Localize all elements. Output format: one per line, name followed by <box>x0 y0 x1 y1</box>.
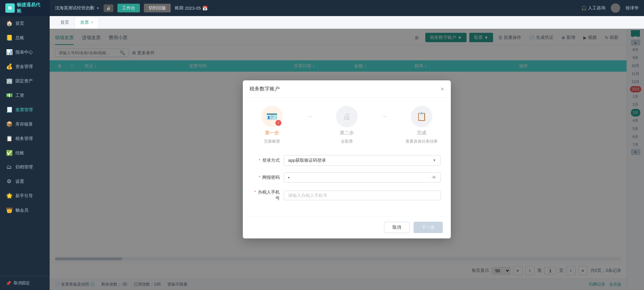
step-3-title: 完成 <box>417 130 426 136</box>
sidebar-item-close[interactable]: ✅ 结账 <box>0 146 50 160</box>
sidebar-label-invoice: 发票管理 <box>15 107 33 113</box>
login-method-label: * 登录方式 <box>253 157 280 163</box>
assets-icon: 🏢 <box>6 78 12 84</box>
tax-icon: 📋 <box>6 135 12 142</box>
sidebar-item-assets[interactable]: 🏢 固定资产 <box>0 74 50 88</box>
app-logo: 账 畅捷通易代账 <box>0 0 50 16</box>
phone-input[interactable] <box>288 193 436 198</box>
sidebar: 账 畅捷通易代账 🏠 首页 📒 总账 📊 报表中心 💰 资金管理 🏢 固定资产 … <box>0 0 50 290</box>
steps-indicator: 🪪 ! 第一步 完善账密 → 🖨 <box>253 106 441 144</box>
login-method-select-control[interactable]: app获取验证码登录 ▼ <box>284 155 441 166</box>
tab-home-label: 首页 <box>60 19 69 25</box>
topbar: 沈海英测试经营勿删 ▼ 🖨 工作台 切到旧版 账期 2023-05 📅 🎧 人工… <box>50 0 644 16</box>
close-account-icon: ✅ <box>6 150 12 156</box>
step-1-error-badge: ! <box>275 120 281 126</box>
phone-label: * 办税人手机号 <box>253 189 280 201</box>
logo-text: 畅捷通易代账 <box>17 2 45 14</box>
step-1-icon-wrap: 🪪 ! <box>261 106 283 127</box>
login-method-row: * 登录方式 app获取验证码登录 ▼ <box>253 155 441 166</box>
login-method-value: app获取验证码登录 <box>288 157 432 163</box>
tab-close-icon[interactable]: × <box>91 20 93 25</box>
sidebar-label-inventory: 库存核算 <box>15 121 33 127</box>
password-label: * 网报密码 <box>253 174 280 180</box>
eye-icon[interactable]: 👁 <box>432 175 436 180</box>
password-input[interactable] <box>288 175 432 180</box>
calendar-icon: 📅 <box>202 6 208 11</box>
modal-overlay: 税务数字账户 × 🪪 ! 第一步 完善账密 <box>50 29 644 290</box>
step-2-title: 第二步 <box>340 130 354 136</box>
sidebar-label-member: 畅会员 <box>15 207 29 213</box>
step-2-subtitle: 去取票 <box>341 139 353 144</box>
sidebar-label-funds: 资金管理 <box>15 64 33 70</box>
sidebar-item-member[interactable]: 👑 畅会员 <box>0 203 50 217</box>
invoice-icon: 🧾 <box>6 106 12 113</box>
step-1: 🪪 ! 第一步 完善账密 <box>253 106 291 144</box>
phone-row: * 办税人手机号 <box>253 189 441 201</box>
step-3-subtitle: 查看具体任务结果 <box>406 139 438 144</box>
sidebar-item-guide[interactable]: 🌟 新手引导 <box>0 189 50 203</box>
sidebar-label-home: 首页 <box>15 20 24 26</box>
sidebar-item-archive[interactable]: 🗂 归档管理 <box>0 160 50 174</box>
customer-service-button[interactable]: 🎧 人工咨询 <box>581 5 605 11</box>
sidebar-item-reports[interactable]: 📊 报表中心 <box>0 45 50 59</box>
reports-icon: 📊 <box>6 49 12 55</box>
modal-header: 税务数字账户 × <box>243 80 451 98</box>
sidebar-item-tax[interactable]: 📋 税务管理 <box>0 131 50 146</box>
password-field-control[interactable]: 👁 <box>284 172 441 183</box>
company-name: 沈海英测试经营勿删 <box>55 5 94 11</box>
salary-icon: 💵 <box>6 92 12 98</box>
inventory-icon: 📦 <box>6 121 12 127</box>
sidebar-item-settings[interactable]: ⚙ 设置 <box>0 174 50 189</box>
sidebar-label-reports: 报表中心 <box>15 49 33 55</box>
sidebar-label-guide: 新手引导 <box>15 193 33 199</box>
guide-icon: 🌟 <box>6 193 12 199</box>
tab-invoice-label: 发票 <box>80 19 89 25</box>
step-arrow-1: → <box>304 106 314 120</box>
modal-form: * 登录方式 app获取验证码登录 ▼ * <box>253 155 441 201</box>
sidebar-item-home[interactable]: 🏠 首页 <box>0 16 50 30</box>
sidebar-label-close: 结账 <box>15 150 24 156</box>
company-selector[interactable]: 沈海英测试经营勿删 ▼ <box>55 5 100 11</box>
sidebar-item-salary[interactable]: 💵 工资 <box>0 88 50 102</box>
sidebar-label-archive: 归档管理 <box>15 164 33 170</box>
company-chevron-icon: ▼ <box>96 6 100 10</box>
step-3: 📋 完成 查看具体任务结果 <box>403 106 441 144</box>
step-2-icon-wrap: 🖨 <box>336 106 358 127</box>
modal-close-button[interactable]: × <box>440 86 444 92</box>
archive-icon: 🗂 <box>6 164 12 170</box>
period-value: 2023-05 <box>185 6 201 11</box>
print-icon[interactable]: 🖨 <box>104 4 113 12</box>
sidebar-label-settings: 设置 <box>15 178 24 185</box>
funds-icon: 💰 <box>6 63 12 70</box>
tab-invoice[interactable]: 发票 × <box>74 16 99 28</box>
sidebar-item-ledger[interactable]: 📒 总账 <box>0 30 50 45</box>
step-3-icon-wrap: 📋 <box>411 106 432 127</box>
cancel-button[interactable]: 取消 <box>384 222 410 233</box>
pin-icon: 📌 <box>6 281 11 286</box>
logo-icon: 账 <box>5 3 15 13</box>
password-row: * 网报密码 👁 <box>253 172 441 183</box>
switch-version-button[interactable]: 切到旧版 <box>144 4 171 12</box>
tax-digital-modal: 税务数字账户 × 🪪 ! 第一步 完善账密 <box>243 80 451 238</box>
step-arrow-2: → <box>379 106 389 120</box>
step-1-title: 第一步 <box>265 130 279 136</box>
user-name: 徐泽华 <box>626 5 639 11</box>
phone-field-control[interactable] <box>284 191 441 200</box>
tab-bar: 首页 发票 × <box>50 16 644 29</box>
home-icon: 🏠 <box>6 20 12 26</box>
topbar-right: 🎧 人工咨询 徐泽华 <box>581 3 639 13</box>
sidebar-item-inventory[interactable]: 📦 库存核算 <box>0 117 50 131</box>
sidebar-item-funds[interactable]: 💰 资金管理 <box>0 59 50 74</box>
main-area: 沈海英测试经营勿删 ▼ 🖨 工作台 切到旧版 账期 2023-05 📅 🎧 人工… <box>50 0 644 290</box>
modal-body: 🪪 ! 第一步 完善账密 → 🖨 <box>243 98 451 216</box>
step-3-icon: 📋 <box>417 112 427 121</box>
headset-icon: 🎧 <box>581 6 587 11</box>
step-2: 🖨 第二步 去取票 <box>328 106 366 144</box>
next-button[interactable]: 下一步 <box>414 222 443 233</box>
unpin-button[interactable]: 📌 取消固定 <box>0 276 50 290</box>
content-area: 销项发票 进项发票 费用小票 ⊞ 税务数字账户 ▼ 取票 ▼ <box>50 29 644 290</box>
workspace-button[interactable]: 工作台 <box>117 4 140 12</box>
tab-home[interactable]: 首页 <box>55 17 74 28</box>
sidebar-label-ledger: 总账 <box>15 35 24 41</box>
sidebar-item-invoice[interactable]: 🧾 发票管理 <box>0 102 50 117</box>
